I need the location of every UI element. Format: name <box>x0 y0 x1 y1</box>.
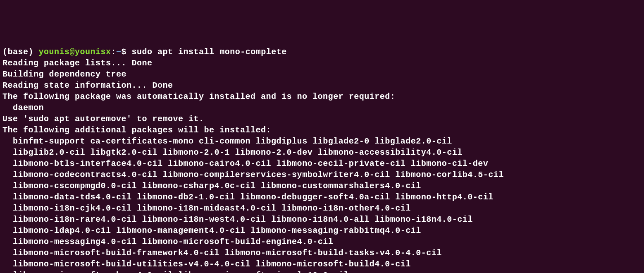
package-list-line: libmono-microsoft-build-framework4.0-cil… <box>2 248 442 258</box>
package-list-line: binfmt-support ca-certificates-mono cli-… <box>2 136 452 146</box>
package-list-line: libmono-ldap4.0-cil libmono-management4.… <box>2 226 421 235</box>
output-line: Use 'sudo apt autoremove' to remove it. <box>2 114 204 124</box>
package-list-line: libmono-microsoft-build-utilities-v4.0-4… <box>2 259 411 269</box>
prompt-line: (base) younis@younisx:~$ sudo apt instal… <box>2 47 287 57</box>
output-line: Reading package lists... Done <box>2 58 153 68</box>
package-list-line: libmono-i18n-cjk4.0-cil libmono-i18n-mid… <box>2 204 411 213</box>
output-line: The following package was automatically … <box>2 92 395 101</box>
output-line: The following additional packages will b… <box>2 125 271 135</box>
prompt-path: ~ <box>116 47 122 57</box>
output-line: Reading state information... Done <box>2 81 173 90</box>
prompt-colon: : <box>111 47 117 57</box>
terminal-output[interactable]: (base) younis@younisx:~$ sudo apt instal… <box>2 46 642 273</box>
output-line: daemon <box>2 103 44 113</box>
package-list-line: libglib2.0-cil libgtk2.0-cil libmono-2.0… <box>2 148 463 157</box>
prompt-user: younis@younisx <box>39 47 111 57</box>
package-list-line: libmono-messaging4.0-cil libmono-microso… <box>2 237 333 247</box>
package-list-line: libmono-btls-interface4.0-cil libmono-ca… <box>2 159 488 168</box>
prompt-dollar: $ <box>122 47 132 57</box>
package-list-line: libmono-microsoft-csharp4.0-cil libmono-… <box>2 271 349 273</box>
package-list-line: libmono-i18n-rare4.0-cil libmono-i18n-we… <box>2 215 473 224</box>
prompt-env: (base) <box>2 47 39 57</box>
output-line: Building dependency tree <box>2 69 126 79</box>
command-text: sudo apt install mono-complete <box>132 47 287 57</box>
package-list-line: libmono-cscompmgd0.0-cil libmono-csharp4… <box>2 181 421 191</box>
package-list-line: libmono-codecontracts4.0-cil libmono-com… <box>2 170 504 180</box>
package-list-line: libmono-data-tds4.0-cil libmono-db2-1.0-… <box>2 192 494 202</box>
